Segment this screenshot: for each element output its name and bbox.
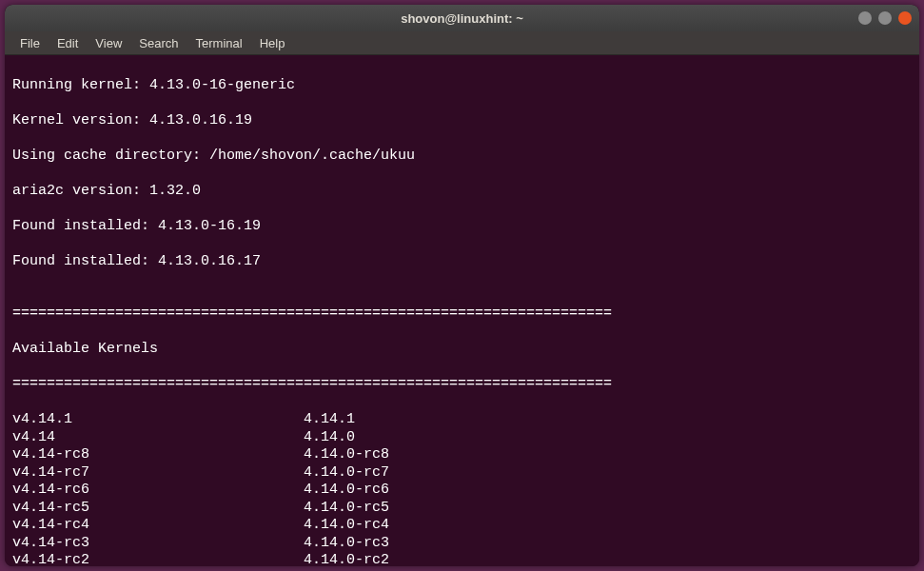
section-title: Available Kernels xyxy=(12,341,912,359)
menu-search[interactable]: Search xyxy=(131,34,186,52)
kernel-row: v4.14.1 4.14.1 xyxy=(12,411,912,429)
kernel-row: v4.14-rc2 4.14.0-rc2 xyxy=(12,552,912,566)
menu-edit[interactable]: Edit xyxy=(49,34,86,52)
terminal-window: shovon@linuxhint: ~ File Edit View Searc… xyxy=(5,5,919,566)
menu-help[interactable]: Help xyxy=(252,34,293,52)
separator-line: ========================================… xyxy=(12,305,912,324)
window-controls xyxy=(858,11,912,25)
terminal-output-line: Kernel version: 4.13.0.16.19 xyxy=(12,112,912,130)
titlebar[interactable]: shovon@linuxhint: ~ xyxy=(5,5,919,31)
terminal-output-line: Using cache directory: /home/shovon/.cac… xyxy=(12,148,912,166)
window-title: shovon@linuxhint: ~ xyxy=(401,11,523,26)
kernel-row: v4.14-rc4 4.14.0-rc4 xyxy=(12,517,912,535)
maximize-button[interactable] xyxy=(878,11,892,25)
kernel-row: v4.14 4.14.0 xyxy=(12,429,912,447)
terminal-output-line: aria2c version: 1.32.0 xyxy=(12,183,912,201)
minimize-button[interactable] xyxy=(858,11,872,25)
kernel-list: v4.14.1 4.14.1v4.14 4.14.0v4.14-rc8 4.14… xyxy=(12,411,912,566)
separator-line: ========================================… xyxy=(12,376,912,394)
terminal-content[interactable]: Running kernel: 4.13.0-16-generic Kernel… xyxy=(5,55,919,566)
terminal-output-line: Running kernel: 4.13.0-16-generic xyxy=(12,77,912,95)
terminal-output-line: Found installed: 4.13.0-16.19 xyxy=(12,218,912,236)
menu-file[interactable]: File xyxy=(12,34,48,52)
kernel-row: v4.14-rc3 4.14.0-rc3 xyxy=(12,535,912,553)
close-button[interactable] xyxy=(898,11,912,25)
kernel-row: v4.14-rc5 4.14.0-rc5 xyxy=(12,500,912,518)
menu-terminal[interactable]: Terminal xyxy=(188,34,250,52)
kernel-row: v4.14-rc6 4.14.0-rc6 xyxy=(12,482,912,500)
menubar: File Edit View Search Terminal Help xyxy=(5,31,919,55)
menu-view[interactable]: View xyxy=(88,34,129,52)
terminal-output-line: Found installed: 4.13.0.16.17 xyxy=(12,253,912,271)
kernel-row: v4.14-rc7 4.14.0-rc7 xyxy=(12,464,912,482)
kernel-row: v4.14-rc8 4.14.0-rc8 xyxy=(12,446,912,464)
